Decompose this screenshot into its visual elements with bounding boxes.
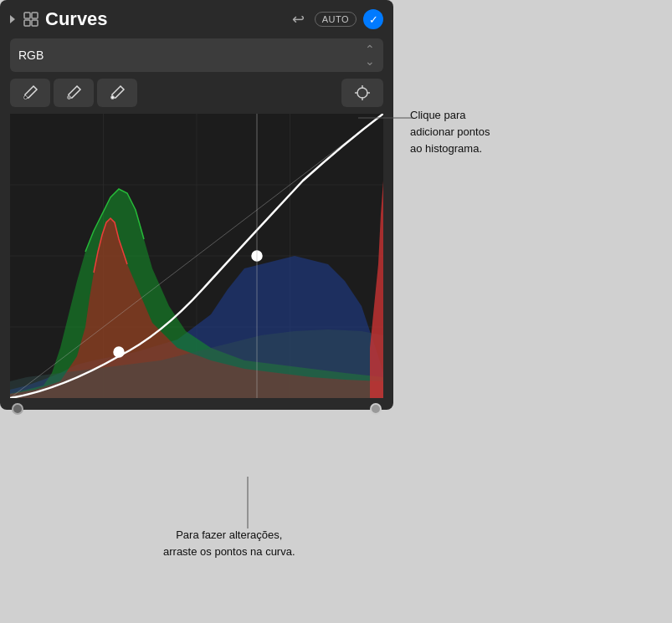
collapse-triangle-icon[interactable] xyxy=(10,15,15,23)
svg-rect-1 xyxy=(32,13,38,18)
channel-label: RGB xyxy=(18,49,44,62)
svg-rect-2 xyxy=(24,20,30,26)
white-handle[interactable] xyxy=(370,403,382,415)
panel-header: Curves ↩ AUTO ✓ xyxy=(10,8,383,30)
gray-eyedropper-icon xyxy=(65,84,82,101)
auto-button[interactable]: AUTO xyxy=(315,12,357,27)
bottom-callout-line xyxy=(247,477,249,529)
grid-icon xyxy=(23,12,38,27)
svg-point-7 xyxy=(357,88,367,98)
target-crosshair-icon xyxy=(353,84,372,102)
right-callout: Clique para adicionar pontos ao histogra… xyxy=(410,107,490,157)
histogram-container[interactable] xyxy=(10,114,383,398)
panel-title: Curves xyxy=(45,8,282,30)
svg-rect-3 xyxy=(32,20,38,26)
black-handle[interactable] xyxy=(12,403,23,415)
gray-point-eyedropper-button[interactable] xyxy=(54,79,94,107)
svg-point-5 xyxy=(68,96,71,100)
confirm-button[interactable]: ✓ xyxy=(363,9,383,29)
svg-point-4 xyxy=(24,96,28,100)
white-point-eyedropper-button[interactable] xyxy=(97,79,137,107)
undo-button[interactable]: ↩ xyxy=(289,8,308,30)
black-eyedropper-icon xyxy=(22,84,38,101)
chevron-updown-icon: ⌃⌄ xyxy=(365,43,375,67)
right-callout-text: Clique para adicionar pontos ao histogra… xyxy=(410,107,490,157)
histogram-svg xyxy=(10,114,383,398)
add-points-button[interactable] xyxy=(341,79,383,107)
channel-selector[interactable]: RGB ⌃⌄ xyxy=(10,38,383,72)
white-eyedropper-icon xyxy=(109,84,126,101)
bottom-callout-text: Para fazer alterações, arraste os pontos… xyxy=(163,527,295,560)
black-point-eyedropper-button[interactable] xyxy=(10,79,50,107)
svg-rect-0 xyxy=(24,13,30,18)
right-callout-line xyxy=(358,117,413,119)
svg-point-20 xyxy=(114,347,124,357)
svg-point-6 xyxy=(111,96,115,100)
tools-row xyxy=(10,79,383,107)
bottom-callout: Para fazer alterações, arraste os pontos… xyxy=(163,527,295,560)
curves-panel: Curves ↩ AUTO ✓ RGB ⌃⌄ xyxy=(0,0,393,410)
